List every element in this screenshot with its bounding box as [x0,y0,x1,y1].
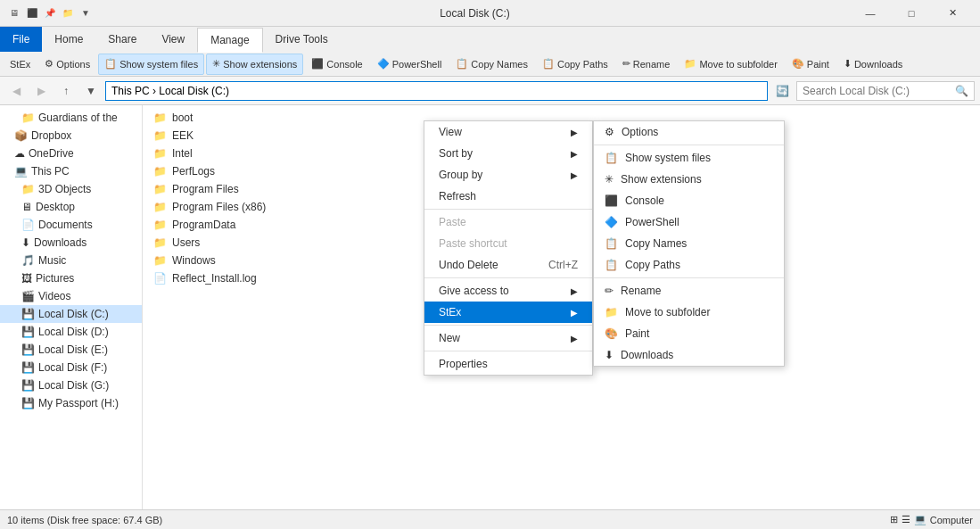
copy-names-button[interactable]: 📋 Copy Names [449,54,534,75]
sub-ext-icon: ✳ [605,173,614,186]
sidebar-item-guardians[interactable]: 📁 Guardians of the [0,109,142,127]
ctx-stex-arrow: ▶ [571,308,578,318]
quick-access-icon[interactable]: ⬛ [25,6,39,21]
ctx-paste-shortcut: Paste shortcut [424,233,592,254]
sidebar-item-downloads[interactable]: ⬇ Downloads [0,234,142,252]
sidebar-item-music[interactable]: 🎵 Music [0,252,142,269]
close-button[interactable]: ✕ [932,0,973,27]
options-button[interactable]: ⚙ Options [38,54,96,75]
sidebar-item-local-e[interactable]: 💾 Local Disk (E:) [0,341,142,359]
pin-icon[interactable]: 📌 [43,6,57,21]
up-button[interactable]: ↑ [55,80,77,102]
refresh-button[interactable]: 🔄 [771,80,793,102]
context-menu: View ▶ Sort by ▶ Group by ▶ Refresh Past… [424,120,593,376]
address-input[interactable] [105,81,768,101]
search-input[interactable] [803,85,951,97]
sidebar-item-onedrive[interactable]: ☁ OneDrive [0,145,142,162]
view-icons[interactable]: ⊞ [890,514,898,525]
rename-button[interactable]: ✏ Rename [616,54,677,75]
ctx-sort-by[interactable]: Sort by ▶ [424,143,592,164]
sub-copy-paths[interactable]: 📋 Copy Paths [594,254,784,276]
computer-label: Computer [930,515,973,525]
recent-button[interactable]: ▼ [80,80,102,102]
sub-paint[interactable]: 🎨 Paint [594,323,784,344]
sub-copy-names[interactable]: 📋 Copy Names [594,233,784,254]
tab-drive-tools[interactable]: Drive Tools [263,27,341,52]
show-system-files-button[interactable]: 📋 Show system files [98,54,204,75]
ctx-stex[interactable]: StEx ▶ [424,302,592,323]
tab-share[interactable]: Share [95,27,149,52]
ctx-separator-4 [424,351,592,351]
disk-f-icon: 💾 [21,361,35,374]
paint-button[interactable]: 🎨 Paint [786,54,836,75]
sidebar-item-desktop[interactable]: 🖥 Desktop [0,198,142,216]
minimize-button[interactable]: — [850,0,891,27]
ctx-refresh-label: Refresh [439,190,476,203]
stex-button[interactable]: StEx [4,54,37,75]
sidebar-item-thispc[interactable]: 💻 This PC [0,162,142,180]
sidebar-item-passport[interactable]: 💾 My Passport (H:) [0,394,142,412]
title-bar-icons: 🖥 ⬛ 📌 📁 ▼ [7,6,93,21]
window-title: Local Disk (C:) [100,7,850,20]
ctx-paste-shortcut-label: Paste shortcut [439,237,507,250]
downloads-button[interactable]: ⬇ Downloads [837,54,909,75]
ctx-view[interactable]: View ▶ [424,121,592,143]
move-icon: 📁 [684,58,696,70]
sub-console-icon: ⬛ [605,194,618,207]
list-icon[interactable]: ☰ [902,514,910,525]
tab-home[interactable]: Home [42,27,95,52]
disk-g-icon: 💾 [21,379,35,392]
status-right: ⊞ ☰ 💻 Computer [890,514,973,525]
sub-move-subfolder[interactable]: 📁 Move to subfolder [594,302,784,323]
sidebar-item-local-g[interactable]: 💾 Local Disk (G:) [0,376,142,394]
dropdown-icon[interactable]: ▼ [78,6,93,21]
sidebar-item-videos[interactable]: 🎬 Videos [0,287,142,305]
maximize-button[interactable]: □ [891,0,932,27]
disk-c-icon: 💾 [21,308,35,320]
sub-options-icon: ⚙ [605,126,614,138]
sub-system-icon: 📋 [605,152,618,164]
ctx-give-access[interactable]: Give access to ▶ [424,280,592,302]
ctx-view-label: View [439,126,462,138]
sidebar-item-local-c[interactable]: 💾 Local Disk (C:) [0,305,142,323]
ctx-refresh[interactable]: Refresh [424,186,592,207]
tab-file[interactable]: File [0,27,42,52]
sub-options[interactable]: ⚙ Options [594,121,784,143]
ctx-group-by[interactable]: Group by ▶ [424,164,592,186]
console-button[interactable]: ⬛ Console [305,54,368,75]
sub-show-extensions[interactable]: ✳ Show extensions [594,169,784,190]
folder-icon: 📁 [153,165,167,178]
sub-powershell[interactable]: 🔷 PowerShell [594,211,784,233]
sub-console[interactable]: ⬛ Console [594,190,784,211]
sub-downloads-icon: ⬇ [605,349,614,361]
ctx-stex-label: StEx [439,306,461,318]
sidebar-item-local-d[interactable]: 💾 Local Disk (D:) [0,323,142,341]
sidebar-item-local-f[interactable]: 💾 Local Disk (F:) [0,359,142,376]
ctx-new[interactable]: New ▶ [424,327,592,349]
show-extensions-button[interactable]: ✳ Show extensions [206,54,303,75]
ctx-properties[interactable]: Properties [424,353,592,375]
sub-show-system-files[interactable]: 📋 Show system files [594,147,784,169]
ctx-sort-label: Sort by [439,147,473,160]
folder-icon: 📁 [153,254,167,267]
sidebar-item-dropbox[interactable]: 📦 Dropbox [0,127,142,145]
move-to-subfolder-button[interactable]: 📁 Move to subfolder [678,54,783,75]
sub-rename[interactable]: ✏ Rename [594,280,784,302]
sub-downloads[interactable]: ⬇ Downloads [594,344,784,366]
folder-icon[interactable]: 📁 [61,6,75,21]
copy-paths-button[interactable]: 📋 Copy Paths [536,54,614,75]
forward-button[interactable]: ▶ [30,80,52,102]
search-icon[interactable]: 🔍 [955,85,968,97]
sub-paint-icon: 🎨 [605,327,618,340]
ctx-group-arrow: ▶ [571,170,578,180]
sub-copynames-icon: 📋 [605,237,618,250]
ctx-undo-delete[interactable]: Undo Delete Ctrl+Z [424,254,592,276]
tab-manage[interactable]: Manage [197,28,262,53]
back-button[interactable]: ◀ [5,80,27,102]
sidebar-item-documents[interactable]: 📄 Documents [0,216,142,234]
tab-view[interactable]: View [149,27,197,52]
powershell-button[interactable]: 🔷 PowerShell [371,54,449,75]
sidebar-item-3dobjects[interactable]: 📁 3D Objects [0,180,142,198]
console-icon: ⬛ [311,58,324,70]
sidebar-item-pictures[interactable]: 🖼 Pictures [0,269,142,287]
